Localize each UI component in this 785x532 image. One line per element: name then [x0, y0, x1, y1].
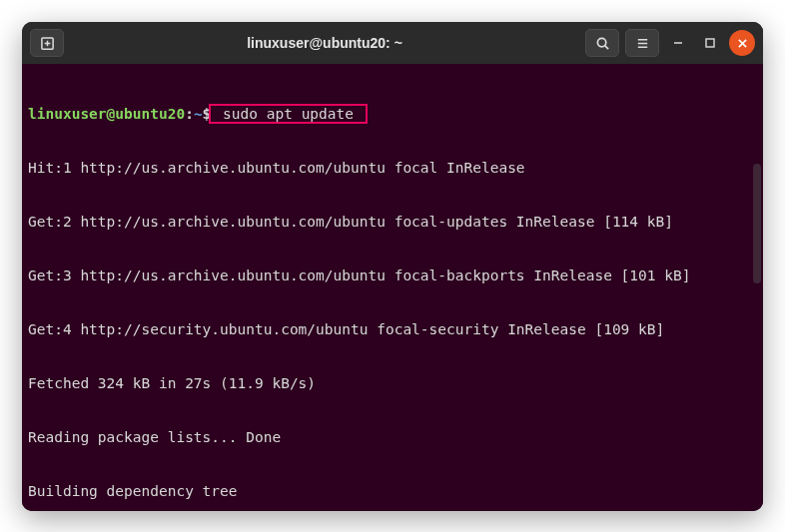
output-line: Get:2 http://us.archive.ubuntu.com/ubunt… — [28, 213, 757, 231]
svg-rect-9 — [706, 39, 714, 47]
terminal-window: linuxuser@ubuntu20: ~ — [22, 22, 763, 511]
output-line: Hit:1 http://us.archive.ubuntu.com/ubunt… — [28, 159, 757, 177]
titlebar: linuxuser@ubuntu20: ~ — [22, 22, 763, 64]
minimize-button[interactable] — [665, 30, 691, 56]
close-button[interactable] — [729, 30, 755, 56]
output-line: Reading package lists... Done — [28, 428, 757, 446]
maximize-button[interactable] — [697, 30, 723, 56]
terminal-body[interactable]: linuxuser@ubuntu20:~$ sudo apt update Hi… — [22, 64, 763, 511]
scrollbar-thumb[interactable] — [753, 164, 761, 283]
prompt-user: linuxuser@ubuntu20 — [28, 106, 185, 122]
prompt-line-1: linuxuser@ubuntu20:~$ sudo apt update — [28, 105, 757, 123]
output-line: Building dependency tree — [28, 482, 757, 500]
window-title: linuxuser@ubuntu20: ~ — [64, 35, 585, 51]
highlighted-command: sudo apt update — [209, 104, 367, 124]
output-line: Get:3 http://us.archive.ubuntu.com/ubunt… — [28, 266, 757, 284]
prompt-path: ~ — [194, 106, 203, 122]
prompt-colon: : — [185, 106, 194, 122]
output-line: Fetched 324 kB in 27s (11.9 kB/s) — [28, 374, 757, 392]
output-line: Get:4 http://security.ubuntu.com/ubuntu … — [28, 320, 757, 338]
menu-button[interactable] — [625, 29, 659, 57]
search-button[interactable] — [585, 29, 619, 57]
svg-point-3 — [597, 38, 605, 46]
new-tab-button[interactable] — [30, 29, 64, 57]
svg-line-4 — [604, 45, 607, 48]
